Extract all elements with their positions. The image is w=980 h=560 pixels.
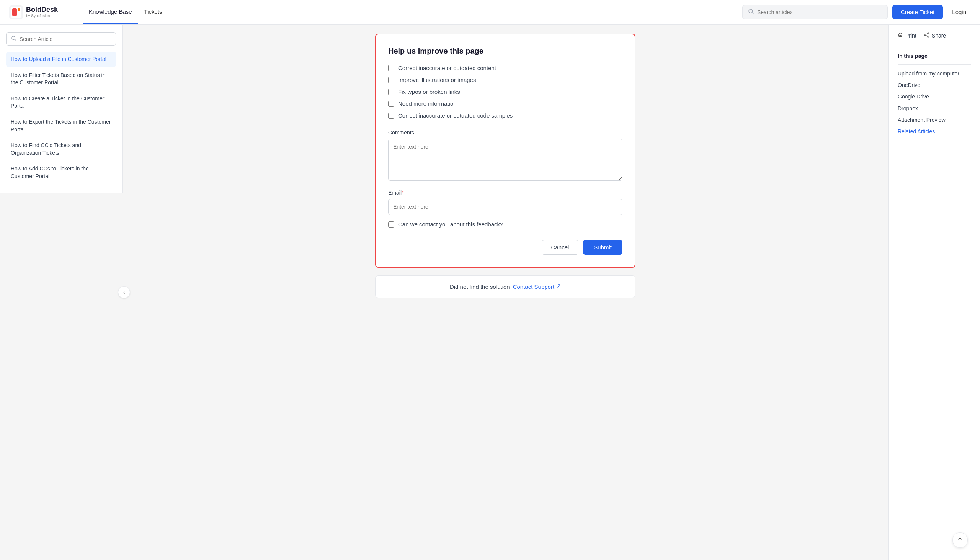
print-icon [898, 32, 903, 39]
sidebar-wrapper: How to Upload a File in Customer Portal … [0, 25, 123, 560]
print-link[interactable]: Print [898, 32, 917, 39]
toc-divider [898, 64, 971, 65]
logo-area: BoldDesk by Syncfusion [9, 5, 70, 19]
share-label: Share [932, 33, 946, 39]
comments-textarea[interactable] [388, 139, 623, 181]
checkbox-item-more-info[interactable]: Need more information [388, 100, 623, 107]
sidebar-item-add-ccs[interactable]: How to Add CCs to Tickets in the Custome… [6, 161, 116, 184]
svg-line-13 [926, 34, 927, 35]
svg-rect-9 [899, 35, 901, 36]
print-label: Print [905, 33, 917, 39]
svg-point-11 [925, 34, 926, 36]
sidebar-item-upload-file[interactable]: How to Upload a File in Customer Portal [6, 52, 116, 67]
email-label: Email* [388, 190, 623, 196]
email-required-star: * [402, 190, 404, 196]
toc-item-dropbox[interactable]: Dropbox [898, 103, 971, 114]
contact-checkbox[interactable] [388, 222, 394, 228]
chevron-left-icon: ‹ [123, 290, 125, 295]
checkbox-item-illustrations[interactable]: Improve illustrations or images [388, 77, 623, 83]
search-articles-input[interactable] [757, 9, 882, 15]
sidebar: How to Upload a File in Customer Portal … [0, 25, 123, 193]
login-button[interactable]: Login [947, 6, 971, 18]
search-bar [742, 5, 888, 19]
email-section: Email* [388, 190, 623, 221]
svg-point-12 [928, 36, 929, 38]
solution-bar: Did not find the solution Contact Suppor… [375, 275, 636, 298]
main-layout: How to Upload a File in Customer Portal … [0, 25, 980, 560]
sidebar-search-box [6, 32, 116, 46]
contact-checkbox-item[interactable]: Can we contact you about this feedback? [388, 221, 623, 228]
cancel-button[interactable]: Cancel [541, 240, 579, 255]
checkbox-label-code-samples: Correct inaccurate or outdated code samp… [398, 112, 513, 119]
email-input[interactable] [388, 199, 623, 215]
logo-sub-name: by Syncfusion [26, 14, 58, 18]
sidebar-item-find-ccd-tickets[interactable]: How to Find CC'd Tickets and Organizatio… [6, 138, 116, 160]
svg-line-5 [752, 13, 753, 14]
header: BoldDesk by Syncfusion Knowledge Base Ti… [0, 0, 980, 25]
checkbox-typos[interactable] [388, 89, 394, 95]
toc-list: Upload from my computer OneDrive Google … [898, 68, 971, 137]
svg-line-7 [15, 39, 16, 40]
checkbox-label-inaccurate-content: Correct inaccurate or outdated content [398, 65, 496, 71]
sidebar-search-input[interactable] [20, 36, 111, 42]
checkbox-label-more-info: Need more information [398, 100, 457, 107]
toc-item-attachment-preview[interactable]: Attachment Preview [898, 114, 971, 126]
comments-section: Comments [388, 130, 623, 190]
checkbox-inaccurate-content[interactable] [388, 65, 394, 71]
checkbox-label-typos: Fix typos or broken links [398, 88, 460, 95]
checkbox-item-typos[interactable]: Fix typos or broken links [388, 88, 623, 95]
right-panel-actions: Print Share [898, 32, 971, 45]
nav-tickets[interactable]: Tickets [138, 0, 168, 24]
contact-support-label: Contact Support [513, 283, 554, 290]
checkbox-item-inaccurate-content[interactable]: Correct inaccurate or outdated content [388, 65, 623, 71]
svg-rect-2 [12, 8, 17, 16]
logo-text: BoldDesk by Syncfusion [26, 6, 58, 18]
toc-item-onedrive[interactable]: OneDrive [898, 79, 971, 91]
nav-knowledge-base[interactable]: Knowledge Base [83, 0, 138, 24]
checkbox-item-code-samples[interactable]: Correct inaccurate or outdated code samp… [388, 112, 623, 119]
toc-item-google-drive[interactable]: Google Drive [898, 91, 971, 102]
external-link-icon [556, 283, 561, 290]
sidebar-search-icon [11, 36, 17, 42]
header-right: Create Ticket Login [742, 5, 971, 19]
svg-point-10 [928, 33, 929, 34]
toc-item-upload-computer[interactable]: Upload from my computer [898, 68, 971, 79]
feedback-form: Help us improve this page Correct inaccu… [375, 34, 636, 268]
checkbox-code-samples[interactable] [388, 113, 394, 119]
right-panel: Print Share In this page Upload from my … [888, 25, 980, 560]
content-area: Help us improve this page Correct inaccu… [123, 25, 888, 560]
toc-item-related-articles[interactable]: Related Articles [898, 126, 971, 137]
share-link[interactable]: Share [924, 32, 946, 39]
svg-rect-3 [18, 8, 20, 11]
sidebar-item-create-ticket[interactable]: How to Create a Ticket in the Customer P… [6, 91, 116, 114]
share-icon [924, 32, 930, 39]
feedback-checkboxes: Correct inaccurate or outdated content I… [388, 65, 623, 119]
contact-checkbox-label: Can we contact you about this feedback? [398, 221, 503, 228]
checkbox-more-info[interactable] [388, 101, 394, 107]
sidebar-nav-list: How to Upload a File in Customer Portal … [6, 52, 116, 184]
scroll-top-button[interactable] [952, 532, 968, 548]
main-nav: Knowledge Base Tickets [83, 0, 168, 24]
bolddesk-logo-icon [9, 5, 23, 19]
sidebar-item-filter-tickets[interactable]: How to Filter Tickets Based on Status in… [6, 68, 116, 90]
sidebar-item-export-tickets[interactable]: How to Export the Tickets in the Custome… [6, 115, 116, 137]
search-icon [748, 8, 754, 16]
solution-bar-text: Did not find the solution [450, 283, 510, 290]
form-actions: Cancel Submit [388, 240, 623, 255]
checkbox-label-illustrations: Improve illustrations or images [398, 77, 476, 83]
submit-button[interactable]: Submit [583, 240, 623, 255]
in-this-page-title: In this page [898, 53, 971, 59]
sidebar-collapse-button[interactable]: ‹ [118, 286, 130, 298]
create-ticket-button[interactable]: Create Ticket [892, 5, 943, 19]
comments-label: Comments [388, 130, 623, 136]
svg-line-14 [926, 35, 927, 37]
contact-support-link[interactable]: Contact Support [513, 283, 561, 290]
feedback-form-title: Help us improve this page [388, 47, 623, 55]
logo-brand-name: BoldDesk [26, 6, 58, 14]
arrow-up-icon [957, 536, 963, 544]
checkbox-illustrations[interactable] [388, 77, 394, 83]
